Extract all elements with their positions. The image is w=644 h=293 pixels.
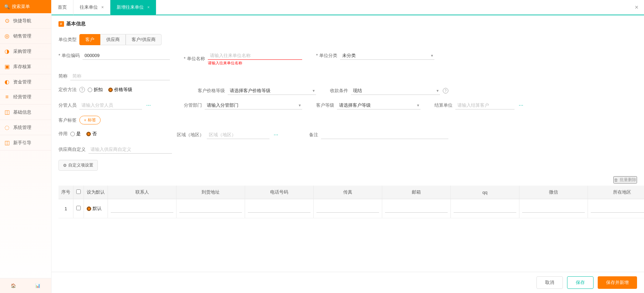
- home-btn[interactable]: 🏠: [3, 281, 24, 290]
- unit-name-label: * 单位名称: [184, 56, 205, 62]
- settlement-more-btn[interactable]: ···: [517, 102, 525, 108]
- save-button[interactable]: 保存: [567, 276, 594, 289]
- unit-type-buttons: 客户 供应商 客户/供应商: [79, 34, 162, 45]
- default-radio[interactable]: 默认: [87, 205, 105, 212]
- sidebar-item-sales[interactable]: ◎ 销售管理: [0, 29, 51, 44]
- col-default: 设为默认: [84, 186, 108, 199]
- payment-terms-select-wrapper: 现结: [351, 87, 440, 95]
- unit-code-input[interactable]: [83, 51, 170, 60]
- contacts-table-section: 🗑 批量删除 序号 设为默认 联系人 到货地址 电话号码 传真 邮箱 qq: [58, 176, 637, 218]
- disabled-no-radio[interactable]: 否: [86, 131, 97, 137]
- abbrev-label: 简称: [58, 73, 68, 79]
- supplier-custom-row: 供应商自定义: [58, 145, 637, 154]
- email-input[interactable]: [385, 204, 448, 213]
- region-cell-input[interactable]: [591, 204, 644, 213]
- manager-input[interactable]: [79, 101, 142, 109]
- pricing-row: 定价方法 ? 折扣 价格等级 客户价格等级: [58, 87, 637, 95]
- sidebar-item-system[interactable]: ◌ 系统管理: [0, 120, 51, 135]
- batch-delete-label: 批量删除: [620, 177, 636, 183]
- type-btn-customer[interactable]: 客户: [79, 34, 100, 45]
- col-email: 邮箱: [382, 186, 451, 199]
- col-fax: 传真: [314, 186, 382, 199]
- stats-btn[interactable]: 📊: [27, 281, 49, 290]
- customer-level-label: 客户等级: [316, 102, 334, 108]
- region-more-btn[interactable]: ···: [272, 132, 280, 138]
- unit-name-error: 请输入往来单位名称: [208, 60, 302, 66]
- section-title: 基本信息: [66, 21, 86, 27]
- region-label: 区域（地区）: [177, 132, 204, 138]
- sidebar-item-label: 库存核算: [13, 64, 31, 70]
- system-icon: ◌: [3, 124, 10, 131]
- payment-terms-select[interactable]: 现结: [351, 87, 440, 95]
- sidebar-item-label: 销售管理: [13, 33, 31, 39]
- department-select[interactable]: 请输入分管部门: [205, 101, 302, 109]
- sidebar-item-finance[interactable]: ◐ 资金管理: [0, 74, 51, 90]
- customer-price-level-select[interactable]: 请选择客户价格等级: [228, 87, 316, 95]
- cell-no: 1: [58, 199, 73, 218]
- wechat-input[interactable]: [522, 204, 585, 213]
- phone-input[interactable]: [248, 204, 311, 213]
- abbrev-row: 简称: [58, 72, 637, 80]
- tags-label: 客户标签: [58, 117, 77, 123]
- manager-row: 分管人员 ··· 分管部门 请输入分管部门 客户等级 请选择客户等级: [58, 101, 637, 109]
- sidebar-item-quick-nav[interactable]: ⊙ 快捷导航: [0, 13, 51, 29]
- footer: 取消 保存 保存并新增: [52, 272, 644, 293]
- disabled-yes-radio[interactable]: 是: [70, 131, 81, 137]
- pricing-level-radio[interactable]: 价格等级: [108, 87, 132, 93]
- sidebar-search[interactable]: 🔍 搜索菜单: [0, 0, 51, 13]
- pricing-discount-radio[interactable]: 折扣: [88, 87, 103, 93]
- cancel-button[interactable]: 取消: [536, 276, 563, 289]
- payment-terms-label: 收款条件: [330, 88, 348, 94]
- tab-home[interactable]: 首页: [52, 0, 73, 15]
- type-btn-supplier[interactable]: 供应商: [100, 34, 126, 45]
- tab-new-counterparty-close[interactable]: ×: [147, 5, 150, 10]
- save-new-button[interactable]: 保存并新增: [598, 276, 637, 289]
- add-tag-button[interactable]: + 标签: [79, 116, 101, 124]
- tab-counterparty-close[interactable]: ×: [101, 5, 104, 10]
- unit-name-input[interactable]: [208, 51, 302, 60]
- settlement-input[interactable]: [455, 101, 515, 109]
- basic-info-header: F 基本信息: [58, 21, 637, 27]
- unit-name-group: * 单位名称 请输入往来单位名称: [184, 51, 302, 66]
- section-icon: F: [58, 21, 64, 27]
- batch-delete-button[interactable]: 🗑 批量删除: [613, 176, 637, 184]
- sidebar-item-guide[interactable]: ◫ 新手引导: [0, 135, 51, 150]
- customer-level-select[interactable]: 请选择客户等级: [337, 101, 421, 109]
- type-btn-both[interactable]: 客户/供应商: [126, 34, 162, 45]
- qq-input[interactable]: [454, 204, 516, 213]
- disabled-row: 停用 是 否 区域（地区） ···: [58, 131, 637, 139]
- payment-terms-help-icon[interactable]: ?: [443, 88, 448, 93]
- region-group: 区域（地区） ···: [177, 131, 295, 139]
- manager-more-btn[interactable]: ···: [145, 102, 152, 108]
- region-input[interactable]: [207, 131, 269, 139]
- select-all-checkbox[interactable]: [76, 189, 81, 194]
- contact-input[interactable]: [111, 204, 173, 213]
- pricing-help-icon[interactable]: ?: [79, 87, 85, 92]
- unit-type-label: 单位类型: [58, 36, 77, 43]
- sidebar-item-operations[interactable]: ≡ 经营管理: [0, 90, 51, 105]
- sidebar-item-basic-info[interactable]: ◫ 基础信息: [0, 105, 51, 120]
- remark-input[interactable]: [321, 131, 448, 139]
- unit-code-group: * 单位编码: [58, 51, 170, 60]
- batch-delete-area: 🗑 批量删除: [58, 176, 637, 184]
- window-close-button[interactable]: ×: [629, 0, 644, 15]
- address-input[interactable]: [179, 204, 242, 213]
- unit-category-group: * 单位分类 未分类: [316, 51, 434, 60]
- search-icon: 🔍: [4, 4, 10, 9]
- supplier-custom-group: 供应商自定义: [58, 145, 198, 154]
- disabled-yes-label: 是: [76, 131, 81, 137]
- guide-icon: ◫: [3, 139, 10, 146]
- cell-fax: [314, 199, 382, 218]
- sidebar-item-purchase[interactable]: ◑ 采购管理: [0, 44, 51, 59]
- tab-new-counterparty[interactable]: 新增往来单位 ×: [110, 0, 156, 15]
- supplier-custom-input[interactable]: [88, 145, 172, 154]
- row-checkbox[interactable]: [76, 206, 81, 210]
- tab-counterparty[interactable]: 往来单位 ×: [73, 0, 110, 15]
- custom-settings-button[interactable]: ⚙ 自定义项设置: [58, 160, 98, 171]
- fax-input[interactable]: [316, 204, 379, 213]
- sidebar-item-inventory[interactable]: ▣ 库存核算: [0, 59, 51, 74]
- disabled-group: 停用 是 否: [58, 131, 163, 137]
- abbrev-input[interactable]: [70, 72, 170, 80]
- cell-contact: [108, 199, 176, 218]
- unit-category-select[interactable]: 未分类: [340, 51, 434, 60]
